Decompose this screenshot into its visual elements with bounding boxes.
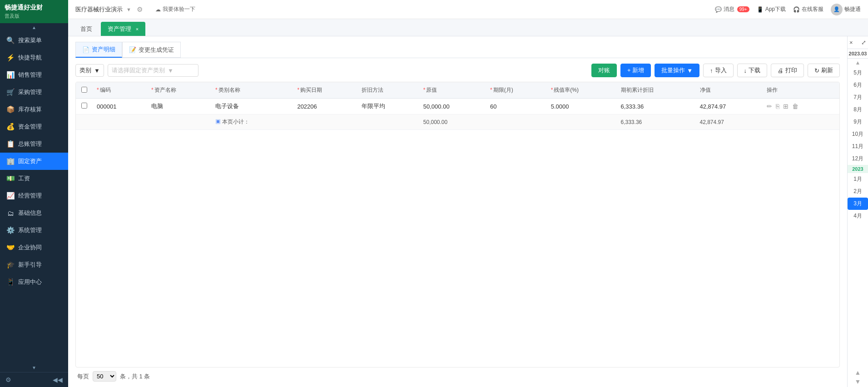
company-dropdown-icon[interactable]: ▼ bbox=[126, 7, 131, 12]
cell-period: 60 bbox=[486, 99, 546, 114]
sidebar-item-cooperation[interactable]: 🤝 企业协同 bbox=[0, 239, 68, 256]
rp-month-5[interactable]: 5月 bbox=[848, 67, 868, 79]
rp-month-12[interactable]: 12月 bbox=[848, 153, 868, 165]
sidebar-item-appcenter[interactable]: 📱 应用中心 bbox=[0, 273, 68, 291]
subtab-asset-detail[interactable]: 📄 资产明细 bbox=[75, 42, 122, 58]
sidebar-item-search[interactable]: 🔍 搜索菜单 bbox=[0, 32, 68, 49]
cell-code: 000001 bbox=[92, 99, 147, 114]
tab-asset-mgmt[interactable]: 资产管理 × bbox=[101, 22, 145, 36]
rp-month-3[interactable]: 3月 bbox=[848, 198, 868, 210]
sidebar-item-label: 企业协同 bbox=[18, 243, 42, 252]
row-checkbox-cell bbox=[76, 99, 92, 114]
box-icon: 📦 bbox=[6, 105, 15, 114]
reconcile-button[interactable]: 对账 bbox=[591, 64, 617, 77]
category-value-select[interactable]: 请选择固定资产类别 ▼ bbox=[108, 64, 198, 77]
sidebar-item-basicinfo[interactable]: 🗂 基础信息 bbox=[0, 204, 68, 222]
sidebar-item-label: 工资 bbox=[18, 174, 30, 183]
experience-label[interactable]: 我要体验一下 bbox=[163, 5, 195, 13]
th-purchase-date: *购买日期 bbox=[293, 82, 357, 99]
rp-down-icon[interactable]: ▼ bbox=[855, 378, 861, 385]
mobile-icon: 📱 bbox=[6, 278, 15, 286]
rp-month-9[interactable]: 9月 bbox=[848, 116, 868, 128]
rp-month-10[interactable]: 10月 bbox=[848, 128, 868, 140]
th-accum-depr: 期初累计折旧 bbox=[616, 82, 695, 99]
per-page-select[interactable]: 50 20 100 bbox=[93, 371, 116, 382]
th-category: *类别名称 bbox=[211, 82, 293, 99]
app-download-action[interactable]: 📱 App下载 bbox=[757, 5, 786, 13]
sidebar-item-purchase[interactable]: 🛒 采购管理 bbox=[0, 84, 68, 101]
online-support-action[interactable]: 🎧 在线客服 bbox=[793, 5, 823, 13]
print-button[interactable]: 🖨 打印 bbox=[771, 64, 804, 77]
rp-close-icon[interactable]: × bbox=[849, 39, 853, 46]
rp-month-2[interactable]: 2月 bbox=[848, 185, 868, 198]
sidebar-item-fund[interactable]: 💰 资金管理 bbox=[0, 118, 68, 135]
th-code: *编码 bbox=[92, 82, 147, 99]
topbar-left: 医疗器械行业演示 ▼ ⚙ ☁ 我要体验一下 bbox=[75, 5, 715, 14]
th-period: *期限(月) bbox=[486, 82, 546, 99]
print-label: 打印 bbox=[785, 66, 797, 74]
collapse-icon[interactable]: ◀◀ bbox=[53, 376, 63, 383]
tab-close-icon[interactable]: × bbox=[136, 26, 139, 32]
rp-month-8[interactable]: 8月 bbox=[848, 104, 868, 116]
rp-expand-icon[interactable]: ⤢ bbox=[861, 39, 866, 46]
row-checkbox[interactable] bbox=[81, 103, 87, 109]
sidebar-item-fixedasset[interactable]: 🏢 固定资产 bbox=[0, 153, 68, 170]
user-action[interactable]: 👤 畅捷通 bbox=[831, 4, 861, 15]
refresh-button[interactable]: ↻ 刷新 bbox=[808, 64, 840, 77]
subtab-asset-detail-label: 资产明细 bbox=[92, 45, 115, 54]
cell-residual-rate: 5.0000 bbox=[546, 99, 616, 114]
refresh-label: 刷新 bbox=[821, 66, 833, 74]
messages-action[interactable]: 💬 消息 99+ bbox=[715, 5, 749, 13]
sidebar-item-label: 快捷导航 bbox=[18, 54, 42, 62]
total-text: 条，共 1 条 bbox=[120, 372, 150, 381]
table-row: 000001 电脑 电子设备 202206 年限平均 50,000.00 60 … bbox=[76, 99, 839, 114]
graduate-icon: 🎓 bbox=[6, 261, 15, 269]
tab-home[interactable]: 首页 bbox=[74, 22, 99, 36]
rp-year-display: 2023.03 bbox=[848, 49, 868, 59]
copy-icon[interactable]: ⎘ bbox=[776, 103, 779, 110]
batch-button[interactable]: 批量操作 ▼ bbox=[655, 64, 699, 77]
sidebar-scroll-up[interactable]: ▲ bbox=[0, 23, 68, 32]
rp-month-6[interactable]: 6月 bbox=[848, 79, 868, 91]
subtotal-label-cell: ▣ 本页小计： bbox=[211, 114, 293, 130]
sidebar-item-sales[interactable]: 📊 销售管理 bbox=[0, 66, 68, 84]
messages-label: 消息 bbox=[724, 5, 734, 13]
rp-month-4[interactable]: 4月 bbox=[848, 210, 868, 222]
add-button[interactable]: + 新增 bbox=[620, 64, 651, 77]
rp-header: × ⤢ bbox=[848, 36, 868, 49]
rp-month-1[interactable]: 1月 bbox=[848, 173, 868, 185]
subtotal-empty-checkbox bbox=[76, 114, 92, 130]
more-icon[interactable]: ⊞ bbox=[783, 103, 789, 110]
download-button[interactable]: ↓ 下载 bbox=[737, 64, 768, 77]
delete-icon[interactable]: 🗑 bbox=[792, 103, 799, 110]
content-area: 📄 资产明细 📝 变更生成凭证 类别 ▼ 请选择固定资产类别 bbox=[68, 36, 868, 387]
subtotal-empty-date bbox=[293, 114, 357, 130]
pagination-bar: 每页 50 20 100 条，共 1 条 bbox=[75, 367, 840, 382]
tab-home-label: 首页 bbox=[80, 25, 92, 32]
category-value-arrow: ▼ bbox=[168, 67, 174, 74]
rp-up-icon[interactable]: ▲ bbox=[855, 369, 861, 376]
sidebar-item-quicknav[interactable]: ⚡ 快捷导航 bbox=[0, 49, 68, 66]
rp-month-7[interactable]: 7月 bbox=[848, 91, 868, 104]
sidebar-scroll-down[interactable]: ▼ bbox=[0, 363, 68, 372]
sidebar-item-inventory[interactable]: 📦 库存核算 bbox=[0, 101, 68, 118]
import-button[interactable]: ↑ 导入 bbox=[703, 64, 734, 77]
category-filter-select[interactable]: 类别 ▼ bbox=[75, 64, 104, 77]
select-all-checkbox[interactable] bbox=[81, 87, 87, 93]
gear-icon: ⚙️ bbox=[6, 226, 15, 234]
sidebar-nav: 🔍 搜索菜单 ⚡ 快捷导航 📊 销售管理 🛒 采购管理 📦 库存核算 💰 资金管… bbox=[0, 32, 68, 363]
settings-icon[interactable]: ⚙ bbox=[5, 376, 11, 383]
rp-month-11[interactable]: 11月 bbox=[848, 140, 868, 153]
rp-scroll-up[interactable]: ▲ bbox=[848, 59, 868, 67]
asset-detail-icon: 📄 bbox=[82, 46, 89, 53]
sidebar-item-sysmanage[interactable]: ⚙️ 系统管理 bbox=[0, 222, 68, 239]
sidebar-item-operations[interactable]: 📈 经营管理 bbox=[0, 187, 68, 204]
sidebar-item-guide[interactable]: 🎓 新手引导 bbox=[0, 256, 68, 273]
subtab-change-voucher[interactable]: 📝 变更生成凭证 bbox=[122, 42, 181, 58]
subtotal-icon: ▣ bbox=[215, 119, 221, 125]
sidebar-item-payroll[interactable]: 💵 工资 bbox=[0, 170, 68, 187]
company-settings-icon[interactable]: ⚙ bbox=[137, 5, 143, 14]
category-filter-label: 类别 bbox=[79, 66, 91, 74]
edit-icon[interactable]: ✏ bbox=[767, 103, 772, 110]
sidebar-item-ledger[interactable]: 📋 总账管理 bbox=[0, 135, 68, 153]
